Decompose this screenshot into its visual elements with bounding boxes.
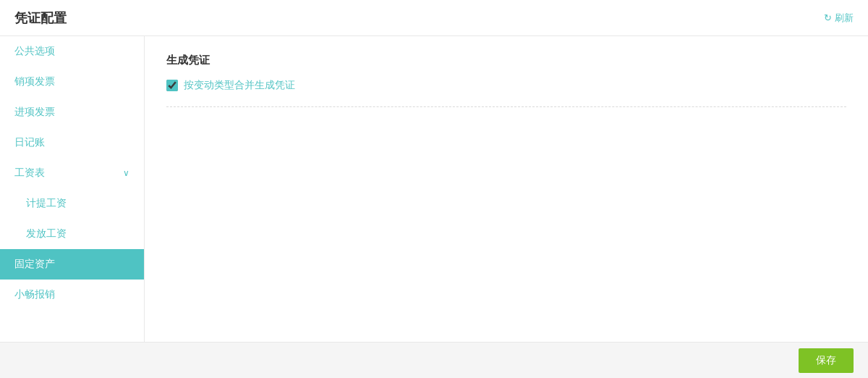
sidebar-item-sales-invoice[interactable]: 销项发票 [0, 67, 144, 97]
sidebar-label: 进项发票 [14, 106, 55, 119]
page-header: 凭证配置 ↻ 刷新 [0, 0, 868, 36]
sidebar-label: 计提工资 [26, 197, 67, 210]
content-area: 生成凭证 按变动类型合并生成凭证 [145, 36, 868, 342]
sidebar-label: 小畅报销 [14, 288, 55, 301]
sidebar: 公共选项 销项发票 进项发票 日记账 工资表 ∨ 计提工资 发放工资 固定资 [0, 36, 145, 342]
sidebar-item-calc-payroll[interactable]: 计提工资 [0, 188, 144, 219]
refresh-button[interactable]: ↻ 刷新 [824, 12, 854, 25]
sidebar-item-public-options[interactable]: 公共选项 [0, 36, 144, 67]
merge-by-type-checkbox[interactable] [166, 80, 178, 91]
sidebar-item-payroll-table[interactable]: 工资表 ∨ [0, 158, 144, 188]
page-footer: 保存 [0, 342, 868, 378]
sidebar-item-pay-payroll[interactable]: 发放工资 [0, 219, 144, 249]
main-area: 公共选项 销项发票 进项发票 日记账 工资表 ∨ 计提工资 发放工资 固定资 [0, 36, 868, 342]
sidebar-item-journal[interactable]: 日记账 [0, 127, 144, 158]
sidebar-label: 工资表 [14, 167, 45, 180]
sidebar-label: 日记账 [14, 136, 45, 149]
sidebar-label: 公共选项 [14, 45, 55, 58]
sidebar-item-fixed-assets[interactable]: 固定资产 [0, 249, 144, 280]
refresh-label: 刷新 [835, 12, 854, 25]
section-divider [166, 106, 846, 107]
sidebar-label: 固定资产 [14, 258, 55, 271]
checkbox-row: 按变动类型合并生成凭证 [166, 79, 846, 92]
sidebar-label: 发放工资 [26, 227, 67, 240]
sidebar-item-expense-reimbursement[interactable]: 小畅报销 [0, 280, 144, 310]
refresh-icon: ↻ [824, 12, 832, 23]
section-title: 生成凭证 [166, 54, 846, 67]
merge-by-type-label[interactable]: 按变动类型合并生成凭证 [184, 79, 295, 92]
sidebar-item-purchase-invoice[interactable]: 进项发票 [0, 97, 144, 127]
page-title: 凭证配置 [14, 9, 67, 27]
sidebar-label: 销项发票 [14, 75, 55, 88]
chevron-down-icon: ∨ [123, 168, 129, 178]
save-button[interactable]: 保存 [799, 348, 854, 373]
